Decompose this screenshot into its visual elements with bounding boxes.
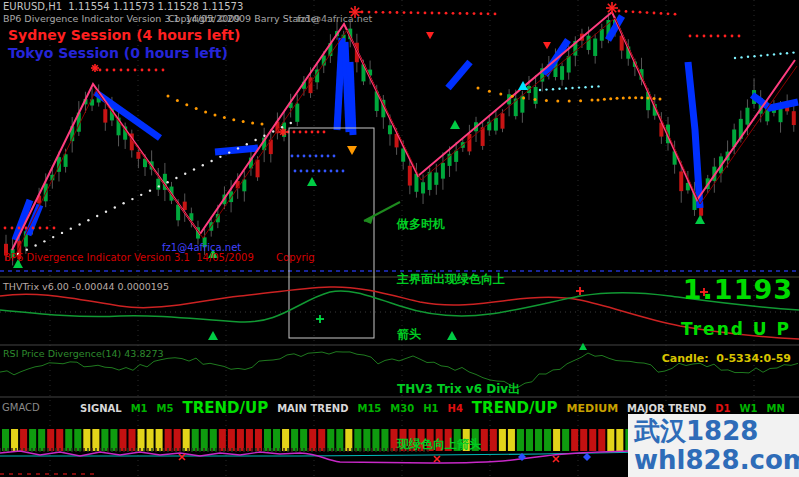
sydney-session-label: Sydney Session (4 hours left) xyxy=(8,27,240,43)
author-email-label: fz1@4africa.net xyxy=(297,13,372,24)
watermark-line1: 武汉1828 xyxy=(634,417,799,446)
thvtrix-indicator-label: THVTrix v6.00 -0.00044 0.0000195 xyxy=(3,281,169,292)
mt4-chart-window: EURUSD,H1 1.11554 1.11573 1.11528 1.1157… xyxy=(0,0,799,477)
signal-trend-up: TREND/UP xyxy=(182,399,268,417)
trend-direction-label: Trend U P xyxy=(681,319,791,339)
chinese-annotation: 做多时机 主界面出现绿色向上 箭头 THV3 Trix v6 Div出 现绿色向… xyxy=(397,178,520,477)
timeframe-m30: M30 xyxy=(390,403,414,414)
timeframe-mn: MN xyxy=(767,403,785,414)
rsi-indicator-label: RSI Price Divergence(14) 43.8273 xyxy=(3,348,164,359)
timeframe-m5: M5 xyxy=(157,403,174,414)
timeframe-h1: H1 xyxy=(423,403,438,414)
footer-copyright-label: BP6 Divergence Indicator Version 3.1 14/… xyxy=(4,252,315,263)
timeframe-h4: H4 xyxy=(448,403,463,414)
annotation-line: 做多时机 xyxy=(397,216,520,233)
gmacd-indicator-label: GMACD xyxy=(2,402,40,413)
signal-label: SIGNAL xyxy=(80,403,122,414)
timeframe-m1: M1 xyxy=(131,403,148,414)
symbol-quote-line: EURUSD,H1 1.11554 1.11573 1.11528 1.1157… xyxy=(3,1,243,12)
trend-signal-row: SIGNAL M1 M5 TREND/UP MAIN TREND M15 M30… xyxy=(80,399,625,417)
annotation-line: 现绿色向上箭头 xyxy=(397,436,520,453)
main-trend-label: MAIN TREND xyxy=(277,403,348,414)
candle-countdown-label: Candle: 0-5334:0-59 xyxy=(662,352,791,365)
current-price-readout: 1.1193 xyxy=(683,274,793,305)
annotation-line: THV3 Trix v6 Div出 xyxy=(397,381,520,398)
watermark-line2: whl828.com xyxy=(634,446,799,475)
main-trend-up: TREND/UP xyxy=(472,399,558,417)
medium-strength-label: MEDIUM xyxy=(567,402,619,415)
annotation-line: 主界面出现绿色向上 xyxy=(397,271,520,288)
site-watermark: 武汉1828 whl828.com xyxy=(628,414,799,477)
timeframe-w1: W1 xyxy=(740,403,758,414)
major-trend-label: MAJOR TREND xyxy=(627,403,706,414)
timeframe-d1: D1 xyxy=(715,403,730,414)
timeframe-m15: M15 xyxy=(357,403,381,414)
annotation-line: 箭头 xyxy=(397,326,520,343)
tokyo-session-label: Tokyo Session (0 hours left) xyxy=(8,45,228,61)
